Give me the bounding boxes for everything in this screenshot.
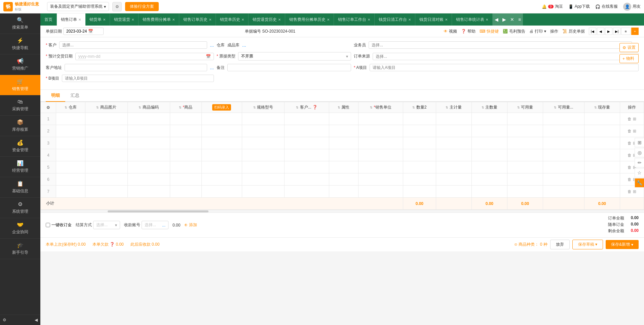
save-draft-button[interactable]: 保存草稿 ▾: [572, 240, 603, 249]
row-qty2[interactable]: [403, 137, 436, 149]
row-warehouse[interactable]: [56, 113, 85, 125]
row-attr[interactable]: [329, 173, 358, 186]
hotkey-btn[interactable]: ⌨ 快捷键: [480, 29, 499, 34]
float-icon-star[interactable]: ☆: [635, 168, 644, 177]
row-unit[interactable]: [358, 161, 403, 173]
scan-btn[interactable]: 扫码录入: [212, 104, 231, 111]
copy-icon[interactable]: ⊞: [633, 189, 636, 194]
address-input[interactable]: [65, 64, 207, 71]
sidebar-item-purchase[interactable]: 🛍 采购管理: [0, 95, 40, 116]
date-input[interactable]: 2023-03-24 📅: [63, 28, 104, 35]
row-warehouse[interactable]: [56, 137, 85, 149]
row-spec[interactable]: [242, 149, 285, 161]
print-btn[interactable]: 🖨 打印 ▾: [529, 29, 546, 34]
row-attr[interactable]: [329, 113, 358, 125]
tab-summary[interactable]: 汇总: [65, 90, 85, 102]
delete-icon[interactable]: 🗑: [628, 141, 632, 146]
tab-prev-button[interactable]: ◀: [493, 13, 500, 26]
sidebar-item-marketing[interactable]: 📢 营销推广: [0, 54, 40, 75]
app-download-item[interactable]: 📱 App下载: [568, 4, 590, 9]
row-product[interactable]: [170, 137, 201, 149]
row-main-qty[interactable]: [471, 149, 507, 161]
row-product[interactable]: [170, 149, 201, 161]
row-product[interactable]: [170, 173, 201, 186]
col-settings[interactable]: ⚙: [41, 102, 56, 113]
sidebar-collapse-icon[interactable]: ◀: [35, 318, 38, 322]
scroll-thumb[interactable]: [108, 210, 209, 212]
sidebar-item-guide[interactable]: 🎓 新手引导: [0, 239, 40, 259]
row-attr[interactable]: [329, 149, 358, 161]
row-code[interactable]: [127, 113, 170, 125]
tab-close-all-button[interactable]: ✕: [508, 13, 516, 26]
row-unit[interactable]: [358, 149, 403, 161]
tab-close-icon[interactable]: ✕: [445, 18, 448, 22]
warehouse-expand-btn[interactable]: ...: [242, 42, 246, 48]
tab-daily-reconcile[interactable]: 钱货日清对账 ✕: [415, 13, 452, 26]
discard-button[interactable]: 放弃: [550, 240, 570, 249]
row-attr[interactable]: [329, 125, 358, 137]
row-product[interactable]: [170, 186, 201, 198]
settings-button[interactable]: ⚙: [112, 2, 122, 11]
row-main-qty[interactable]: [471, 186, 507, 198]
row-product[interactable]: [170, 113, 201, 125]
delete-icon[interactable]: 🗑: [628, 153, 632, 158]
solution-button[interactable]: 体验行业方案: [125, 2, 159, 11]
float-icon-grid[interactable]: ⊞: [635, 138, 644, 147]
row-main-qty[interactable]: [471, 161, 507, 173]
row-attr[interactable]: [329, 186, 358, 198]
row-main-qty[interactable]: [471, 125, 507, 137]
row-unit[interactable]: [358, 186, 403, 198]
expected-date-input[interactable]: yyyy-mm-dd 📅: [75, 53, 214, 60]
oper-btn[interactable]: 操作: [550, 29, 558, 34]
row-product[interactable]: [170, 125, 201, 137]
tab-daily-workbench[interactable]: 钱货日清工作台 ✕: [375, 13, 415, 26]
sidebar-item-collab[interactable]: 🤝 企业协同: [0, 218, 40, 239]
user-item[interactable]: 👤 用友: [623, 3, 641, 11]
tab-close-icon[interactable]: ✕: [327, 18, 330, 22]
row-warehouse[interactable]: [56, 186, 85, 198]
float-icon-tool[interactable]: 🔧: [635, 178, 644, 188]
tab-detail[interactable]: 明细: [46, 90, 65, 102]
tab-invoice-history[interactable]: 销货单历史 ✕: [216, 13, 249, 26]
row-attr[interactable]: [329, 161, 358, 173]
nav-first-btn[interactable]: |◀: [589, 28, 596, 35]
nav-last-btn[interactable]: ▶|: [613, 28, 620, 35]
tab-close-icon[interactable]: ✕: [172, 18, 175, 22]
delete-icon[interactable]: 🗑: [628, 177, 632, 182]
row-warehouse[interactable]: [56, 173, 85, 186]
tab-close-icon[interactable]: ✕: [486, 18, 488, 22]
tab-sales-order[interactable]: 销售订单 ✕: [57, 13, 85, 26]
row-code[interactable]: [127, 173, 170, 186]
pay-method-select[interactable]: 选择... ▾: [93, 221, 120, 229]
online-service-item[interactable]: 🎧 在线客服: [595, 4, 618, 9]
sidebar-settings-icon[interactable]: ⚙: [3, 318, 6, 322]
tab-close-icon[interactable]: ✕: [278, 18, 281, 22]
float-icon-circle[interactable]: ◎: [635, 148, 644, 157]
sidebar-item-finance[interactable]: 💰 资金管理: [0, 136, 40, 157]
nav-list-btn[interactable]: ≡: [621, 28, 631, 35]
row-customer-code[interactable]: [285, 161, 329, 173]
customer-expand-btn[interactable]: ...: [210, 42, 214, 48]
row-spec[interactable]: [242, 137, 285, 149]
tab-close-icon[interactable]: ✕: [368, 18, 370, 22]
row-qty2[interactable]: [403, 149, 436, 161]
tab-fee-history[interactable]: 销售费用分摊单历史 ✕: [285, 13, 334, 26]
row-main-qty[interactable]: [471, 137, 507, 149]
address-expand-btn[interactable]: ...: [210, 65, 214, 70]
row-qty2[interactable]: [403, 161, 436, 173]
row-unit[interactable]: [358, 113, 403, 125]
a-project-input[interactable]: [370, 64, 639, 71]
row-code[interactable]: [127, 186, 170, 198]
row-spec[interactable]: [242, 125, 285, 137]
history-btn[interactable]: 📜 历史单据: [562, 29, 585, 34]
notification-item[interactable]: 🔔 9 淘豆: [542, 4, 563, 9]
row-main-qty[interactable]: [471, 173, 507, 186]
delete-icon[interactable]: 🗑: [628, 189, 632, 194]
row-spec[interactable]: [242, 186, 285, 198]
horizontal-scrollbar[interactable]: [40, 210, 644, 212]
tab-close-icon[interactable]: ✕: [241, 18, 244, 22]
staff-input[interactable]: [369, 41, 632, 49]
row-customer-code[interactable]: [285, 125, 329, 137]
remarks-input[interactable]: [227, 64, 351, 71]
row-code[interactable]: [127, 137, 170, 149]
